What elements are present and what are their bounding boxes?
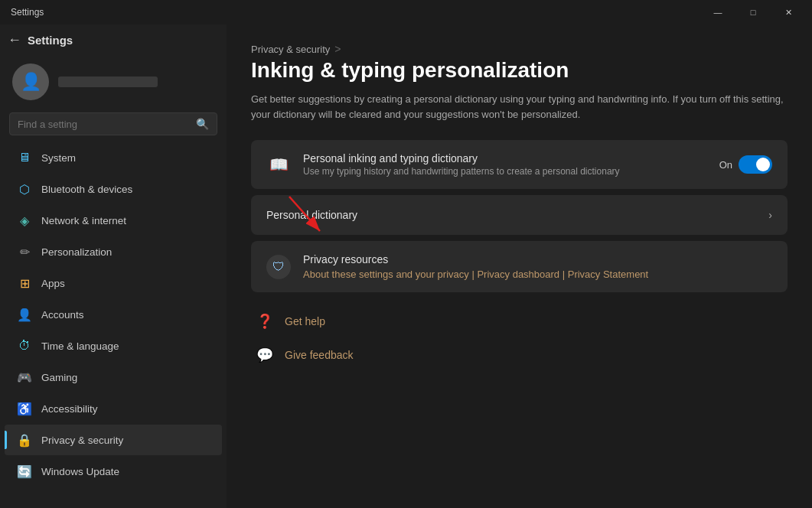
page-description: Get better suggestions by creating a per…: [251, 92, 787, 122]
personal-dictionary-title: Personal dictionary: [266, 209, 357, 221]
sidebar-item-accounts[interactable]: 👤 Accounts: [5, 299, 222, 330]
give-feedback-row[interactable]: 💬 Give feedback: [251, 338, 788, 372]
dictionary-icon: 📖: [266, 152, 291, 177]
toggle-card-action: On: [719, 155, 772, 174]
sidebar-item-label: Apps: [41, 278, 65, 289]
sidebar-item-label: Privacy & security: [41, 435, 123, 446]
network-icon: ◈: [17, 213, 32, 228]
profile-name: [58, 77, 158, 87]
sidebar-item-bluetooth[interactable]: ⬡ Bluetooth & devices: [5, 174, 222, 204]
sidebar-item-label: System: [41, 152, 76, 164]
personal-dictionary-row[interactable]: Personal dictionary ›: [251, 195, 788, 235]
page-title: Inking & typing personalization: [251, 58, 788, 83]
toggle-on-label: On: [719, 159, 732, 171]
gaming-icon: 🎮: [17, 370, 32, 385]
toggle-switch[interactable]: [739, 155, 772, 174]
search-input[interactable]: [18, 119, 190, 130]
settings-title: Settings: [28, 34, 73, 47]
bottom-links: ❓ Get help 💬 Give feedback: [251, 304, 788, 372]
about-settings-link[interactable]: About these settings and your privacy: [303, 269, 469, 280]
link-separator-2: |: [563, 269, 568, 280]
search-icon: 🔍: [196, 118, 209, 130]
sidebar-item-update[interactable]: 🔄 Windows Update: [5, 456, 222, 487]
privacy-resources-icon: 🛡: [266, 255, 291, 279]
sidebar-item-label: Gaming: [41, 372, 77, 383]
system-icon: 🖥: [17, 150, 32, 165]
breadcrumb: Privacy & security >: [251, 43, 788, 55]
sidebar-item-label: Accessibility: [41, 403, 98, 415]
give-feedback-icon: 💬: [254, 344, 276, 366]
sidebar: ← Settings 👤 🔍 🖥 System ⬡ Bluetooth & de…: [0, 24, 227, 508]
titlebar-title: Settings: [11, 7, 44, 18]
sidebar-item-label: Accounts: [41, 309, 84, 321]
toggle-card-row: 📖 Personal inking and typing dictionary …: [251, 140, 788, 189]
accounts-icon: 👤: [17, 307, 32, 322]
chevron-right-icon: ›: [768, 209, 772, 221]
close-button[interactable]: ✕: [771, 0, 806, 24]
sidebar-item-time[interactable]: ⏱ Time & language: [5, 331, 222, 361]
sidebar-item-label: Bluetooth & devices: [41, 184, 132, 195]
sidebar-item-network[interactable]: ◈ Network & internet: [5, 205, 222, 236]
maximize-button[interactable]: □: [735, 0, 771, 24]
time-icon: ⏱: [17, 338, 32, 353]
search-box[interactable]: 🔍: [9, 112, 217, 135]
give-feedback-label[interactable]: Give feedback: [285, 349, 354, 361]
privacy-icon: 🔒: [17, 432, 32, 448]
update-icon: 🔄: [17, 464, 32, 479]
toggle-card: 📖 Personal inking and typing dictionary …: [251, 140, 788, 189]
sidebar-item-gaming[interactable]: 🎮 Gaming: [5, 362, 222, 392]
nav-menu: 🖥 System ⬡ Bluetooth & devices ◈ Network…: [0, 142, 227, 487]
sidebar-item-label: Time & language: [41, 340, 119, 352]
titlebar: Settings — □ ✕: [0, 0, 812, 24]
user-icon: 👤: [21, 72, 41, 92]
accessibility-icon: ♿: [17, 401, 32, 416]
personal-dictionary-card[interactable]: Personal dictionary ›: [251, 195, 788, 235]
app-body: ← Settings 👤 🔍 🖥 System ⬡ Bluetooth & de…: [0, 24, 812, 508]
breadcrumb-parent[interactable]: Privacy & security: [251, 44, 330, 55]
toggle-card-title: Personal inking and typing dictionary: [303, 152, 707, 164]
sidebar-item-system[interactable]: 🖥 System: [5, 142, 222, 173]
get-help-icon: ❓: [254, 311, 276, 332]
shield-icon: 🛡: [272, 260, 285, 274]
sidebar-item-personalization[interactable]: ✏ Personalization: [5, 236, 222, 267]
personalization-icon: ✏: [17, 244, 32, 259]
avatar: 👤: [12, 64, 49, 100]
privacy-dashboard-link[interactable]: Privacy dashboard: [477, 269, 559, 280]
privacy-resources-links: About these settings and your privacy | …: [303, 269, 648, 280]
get-help-row[interactable]: ❓ Get help: [251, 304, 788, 338]
sidebar-item-apps[interactable]: ⊞ Apps: [5, 268, 222, 298]
toggle-card-subtitle: Use my typing history and handwriting pa…: [303, 166, 707, 177]
sidebar-item-label: Network & internet: [41, 215, 126, 226]
back-button[interactable]: ←: [8, 32, 21, 48]
titlebar-controls: — □ ✕: [700, 0, 806, 24]
apps-icon: ⊞: [17, 275, 32, 291]
breadcrumb-separator: >: [334, 43, 341, 55]
sidebar-item-accessibility[interactable]: ♿ Accessibility: [5, 393, 222, 424]
sidebar-item-label: Windows Update: [41, 466, 119, 477]
sidebar-item-label: Personalization: [41, 246, 112, 258]
bluetooth-icon: ⬡: [17, 181, 32, 197]
privacy-resources-content: Privacy resources About these settings a…: [303, 253, 648, 280]
privacy-resources-title: Privacy resources: [303, 253, 648, 265]
profile-area[interactable]: 👤: [0, 51, 227, 109]
minimize-button[interactable]: —: [700, 0, 735, 24]
get-help-label[interactable]: Get help: [285, 315, 325, 327]
privacy-resources-card: 🛡 Privacy resources About these settings…: [251, 241, 788, 292]
main-content: Privacy & security > Inking & typing per…: [227, 24, 812, 508]
sidebar-item-privacy[interactable]: 🔒 Privacy & security: [5, 425, 222, 455]
toggle-card-text: Personal inking and typing dictionary Us…: [303, 152, 707, 177]
privacy-statement-link[interactable]: Privacy Statement: [568, 269, 649, 280]
